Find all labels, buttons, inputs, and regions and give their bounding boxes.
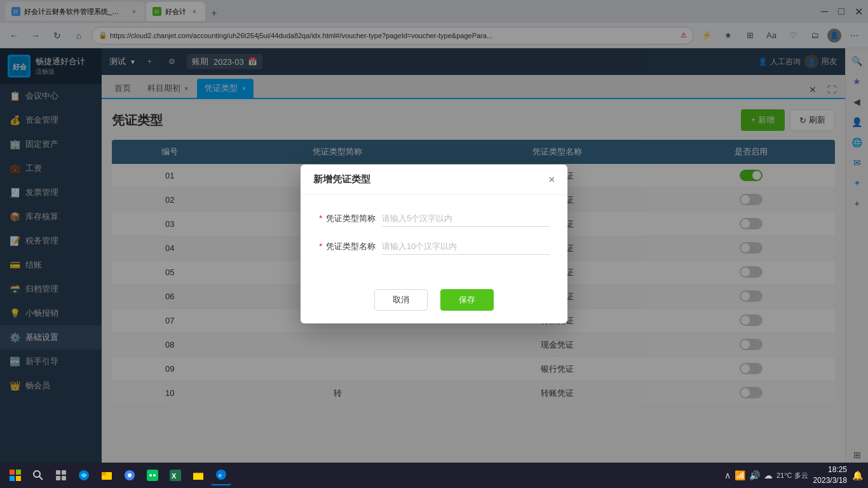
svg-rect-14 [102, 472, 106, 475]
network-icon[interactable]: 📶 [735, 470, 745, 480]
svg-rect-3 [16, 470, 21, 475]
up-arrow-icon[interactable]: ∧ [724, 470, 731, 480]
time-display: 18:25 [813, 464, 847, 475]
modal-overlay: 新增凭证类型 × * 凭证类型简称 * 凭证类型名称 取消 保存 [0, 0, 868, 488]
taskbar-time[interactable]: 18:25 2023/3/18 [813, 464, 847, 486]
modal-title: 新增凭证类型 [313, 173, 370, 186]
taskbar-task-view[interactable] [51, 465, 71, 485]
svg-rect-2 [10, 470, 15, 475]
svg-rect-23 [193, 474, 203, 480]
svg-rect-17 [147, 470, 158, 481]
name-label: * 凭证类型名称 [318, 241, 376, 252]
svg-text:e: e [219, 472, 222, 478]
taskbar-search[interactable] [28, 465, 48, 485]
start-button[interactable] [5, 465, 25, 485]
svg-rect-5 [16, 476, 21, 481]
svg-point-18 [149, 474, 152, 477]
svg-point-19 [153, 474, 156, 477]
modal-footer: 取消 保存 [301, 281, 567, 323]
weather-text: 21°C 多云 [776, 471, 808, 480]
svg-text:X: X [172, 472, 177, 480]
taskbar-system-icons: ∧ 📶 🔊 ☁ 21°C 多云 [724, 470, 808, 480]
svg-rect-10 [56, 476, 60, 480]
taskbar-right: ∧ 📶 🔊 ☁ 21°C 多云 18:25 2023/3/18 🔔 [724, 464, 863, 486]
date-display: 2023/3/18 [813, 475, 847, 486]
cancel-button[interactable]: 取消 [374, 289, 428, 311]
weather-icon: ☁ [764, 470, 773, 480]
svg-rect-11 [62, 476, 66, 480]
notification-icon[interactable]: 🔔 [852, 470, 863, 480]
svg-point-16 [128, 473, 132, 477]
taskbar-explorer[interactable] [97, 465, 117, 485]
modal-body: * 凭证类型简称 * 凭证类型名称 [301, 195, 567, 281]
form-row-short: * 凭证类型简称 [318, 210, 550, 227]
name-input[interactable] [382, 238, 550, 255]
short-input[interactable] [382, 210, 550, 227]
svg-point-6 [34, 471, 40, 477]
taskbar-office[interactable]: X [165, 465, 186, 485]
taskbar-edge2[interactable]: e [211, 465, 231, 485]
form-row-name: * 凭证类型名称 [318, 238, 550, 255]
svg-rect-4 [10, 476, 15, 481]
taskbar: X e ∧ 📶 🔊 ☁ 21°C 多云 18:25 2023/3/18 🔔 [0, 463, 868, 488]
modal-header: 新增凭证类型 × [301, 165, 567, 195]
add-voucher-modal: 新增凭证类型 × * 凭证类型简称 * 凭证类型名称 取消 保存 [301, 165, 567, 323]
short-label: * 凭证类型简称 [318, 213, 376, 224]
taskbar-chrome[interactable] [119, 465, 140, 485]
svg-line-7 [39, 477, 43, 480]
required-mark-2: * [319, 241, 322, 251]
required-mark-1: * [319, 214, 322, 223]
taskbar-folder2[interactable] [188, 465, 208, 485]
taskbar-edge[interactable] [74, 465, 94, 485]
svg-rect-9 [62, 470, 66, 475]
taskbar-wechat[interactable] [142, 465, 163, 485]
save-button[interactable]: 保存 [440, 289, 494, 311]
modal-close-button[interactable]: × [549, 174, 555, 186]
svg-rect-8 [56, 470, 60, 475]
volume-icon[interactable]: 🔊 [749, 470, 760, 480]
